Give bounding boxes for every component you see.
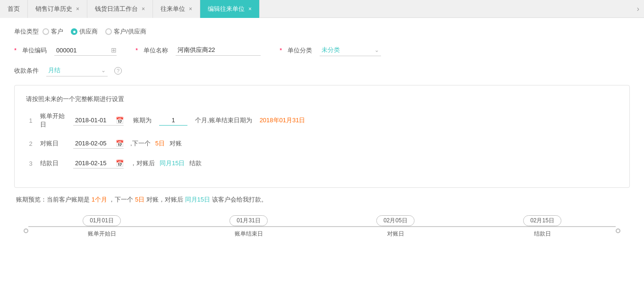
row-num-1: 1 bbox=[26, 117, 35, 124]
copy-icon[interactable]: ⊞ bbox=[111, 46, 117, 54]
row-label-3: 结款日 bbox=[40, 159, 68, 168]
row-3-highlight: 同月15日 bbox=[160, 159, 185, 168]
date-field-2[interactable] bbox=[73, 138, 116, 148]
row-2-highlight: 5日 bbox=[155, 139, 165, 148]
tl-label-1: 账单开始日 bbox=[88, 230, 116, 238]
unit-code-input[interactable] bbox=[54, 45, 111, 55]
tl-start bbox=[24, 220, 28, 233]
close-tab-cash[interactable]: × bbox=[142, 6, 145, 12]
tab-edit-partner[interactable]: 编辑往来单位 × bbox=[200, 0, 260, 18]
unit-name-label: 单位名称 bbox=[144, 46, 168, 55]
tl-segment-3: 02月05日 对账日 bbox=[322, 215, 469, 238]
tl-badge-1: 01月01日 bbox=[83, 215, 121, 226]
payment-label: 收款条件 bbox=[14, 67, 39, 75]
unit-name-input[interactable] bbox=[176, 45, 261, 56]
unit-category-value: 未分类 bbox=[320, 44, 373, 56]
unit-category-dropdown[interactable]: 未分类 ⌄ bbox=[320, 44, 381, 56]
date-field-3[interactable] bbox=[73, 158, 116, 168]
unit-category-label: 单位分类 bbox=[288, 46, 312, 55]
chevron-down-icon: ⌄ bbox=[373, 47, 381, 53]
date-field-1[interactable] bbox=[73, 115, 116, 125]
period-section: 请按照未来的一个完整帐期进行设置 1 账单开始日 📅 账期为 个月,账单结束日期… bbox=[14, 85, 630, 188]
required-star-cat: * bbox=[280, 47, 282, 54]
preview-mid2: 对账，对账后 bbox=[146, 196, 183, 203]
tab-cash-reconcile[interactable]: 钱货日清工作台 × bbox=[87, 0, 153, 18]
preview-highlight-2: 5日 bbox=[135, 196, 144, 203]
tl-line-2 bbox=[175, 226, 322, 227]
tab-partner-units[interactable]: 往来单位 × bbox=[153, 0, 200, 18]
tl-label-3: 对账日 bbox=[387, 230, 404, 238]
preview-mid1: ，下一个 bbox=[109, 196, 133, 203]
row-1-unit: 个月,账单结束日期为 bbox=[195, 116, 252, 125]
row-num-3: 3 bbox=[26, 160, 35, 167]
date-input-3: 📅 bbox=[73, 158, 124, 169]
tl-segment-2: 01月31日 账单结束日 bbox=[175, 215, 322, 238]
unit-type-radio-group: 客户 供应商 客户/供应商 bbox=[42, 27, 146, 36]
radio-supplier[interactable]: 供应商 bbox=[71, 27, 98, 36]
tl-dot-end bbox=[616, 228, 620, 233]
tl-dot-start bbox=[24, 228, 28, 233]
tl-line-3 bbox=[322, 226, 469, 227]
row-1-middle: 账期为 bbox=[133, 116, 152, 125]
tab-home[interactable]: 首页 bbox=[0, 0, 28, 18]
tab-sales-history[interactable]: 销售订单历史 × bbox=[28, 0, 87, 18]
payment-dropdown[interactable]: 月结 ⌄ bbox=[46, 65, 108, 76]
unit-category-group: * 单位分类 未分类 ⌄ bbox=[280, 44, 381, 56]
period-num-input[interactable] bbox=[159, 115, 187, 126]
tl-label-2: 账单结束日 bbox=[235, 230, 263, 238]
date-input-2: 📅 bbox=[73, 138, 124, 149]
calendar-icon-3[interactable]: 📅 bbox=[116, 160, 124, 167]
unit-type-row: 单位类型 客户 供应商 客户/供应商 bbox=[14, 27, 630, 36]
tl-badge-2: 01月31日 bbox=[229, 215, 268, 226]
radio-both[interactable]: 客户/供应商 bbox=[105, 27, 146, 36]
required-star-code: * bbox=[14, 47, 17, 54]
setting-row-2: 2 对账日 📅 ,下一个 5日 对账 bbox=[26, 138, 618, 149]
period-end-date: 2018年01月31日 bbox=[260, 116, 305, 125]
unit-code-input-wrap: ⊞ bbox=[54, 45, 117, 56]
preview-prefix: 账期预览：当前客户账期是 bbox=[16, 196, 90, 203]
row-2-desc-suffix: 对账 bbox=[169, 139, 182, 148]
tl-line-4 bbox=[469, 226, 616, 227]
tl-segment-4: 02月15日 结款日 bbox=[469, 215, 616, 238]
preview-highlight-3: 同月15日 bbox=[185, 196, 210, 203]
unit-name-group: * 单位名称 bbox=[136, 45, 261, 56]
tabs-scroll-arrow[interactable]: › bbox=[632, 5, 644, 13]
unit-info-row: * 单位编码 ⊞ * 单位名称 * 单位分类 未分类 ⌄ bbox=[14, 44, 630, 56]
calendar-icon-1[interactable]: 📅 bbox=[116, 117, 124, 124]
row-2-desc-prefix: ,下一个 bbox=[130, 139, 151, 148]
tl-label-4: 结款日 bbox=[534, 230, 551, 238]
tl-segment-1: 01月01日 账单开始日 bbox=[28, 215, 175, 238]
radio-customer[interactable]: 客户 bbox=[42, 27, 63, 36]
radio-circle-customer bbox=[42, 28, 49, 35]
required-star-name: * bbox=[136, 47, 138, 54]
payment-row: 收款条件 月结 ⌄ ? bbox=[14, 65, 630, 76]
preview-text: 账期预览：当前客户账期是 1个月 ，下一个 5日 对账，对账后 同月15日 该客… bbox=[14, 195, 630, 204]
section-instruction: 请按照未来的一个完整帐期进行设置 bbox=[26, 95, 618, 103]
setting-row-3: 3 结款日 📅 ，对账后 同月15日 结款 bbox=[26, 158, 618, 169]
tl-badge-4: 02月15日 bbox=[523, 215, 561, 226]
unit-type-label: 单位类型 bbox=[14, 27, 39, 36]
unit-code-label: 单位编码 bbox=[22, 46, 47, 55]
date-input-1: 📅 bbox=[73, 115, 124, 126]
preview-suffix: 该客户会给我打款。 bbox=[212, 196, 267, 203]
unit-code-group: * 单位编码 ⊞ bbox=[14, 45, 117, 56]
timeline-container: 01月01日 账单开始日 01月31日 账单结束日 02月05日 对账日 02月… bbox=[14, 215, 630, 238]
page-content: 单位类型 客户 供应商 客户/供应商 * 单位编码 ⊞ bbox=[0, 18, 644, 287]
radio-circle-both bbox=[105, 28, 112, 35]
radio-circle-supplier bbox=[71, 28, 77, 35]
close-tab-edit[interactable]: × bbox=[248, 6, 252, 12]
row-3-desc-suffix: 结款 bbox=[189, 159, 202, 168]
close-tab-partner[interactable]: × bbox=[189, 6, 192, 12]
payment-value: 月结 bbox=[46, 65, 99, 76]
close-tab-sales[interactable]: × bbox=[76, 6, 79, 12]
setting-row-1: 1 账单开始日 📅 账期为 个月,账单结束日期为 2018年01月31日 bbox=[26, 112, 618, 129]
row-num-2: 2 bbox=[26, 140, 35, 147]
row-label-1: 账单开始日 bbox=[40, 112, 68, 129]
tl-line-1 bbox=[28, 226, 175, 227]
calendar-icon-2[interactable]: 📅 bbox=[116, 140, 124, 147]
tl-end bbox=[616, 220, 620, 233]
help-icon[interactable]: ? bbox=[114, 67, 122, 75]
tl-badge-3: 02月05日 bbox=[376, 215, 415, 226]
preview-highlight-1: 1个月 bbox=[92, 196, 107, 203]
row-3-desc-prefix: ，对账后 bbox=[130, 159, 155, 168]
